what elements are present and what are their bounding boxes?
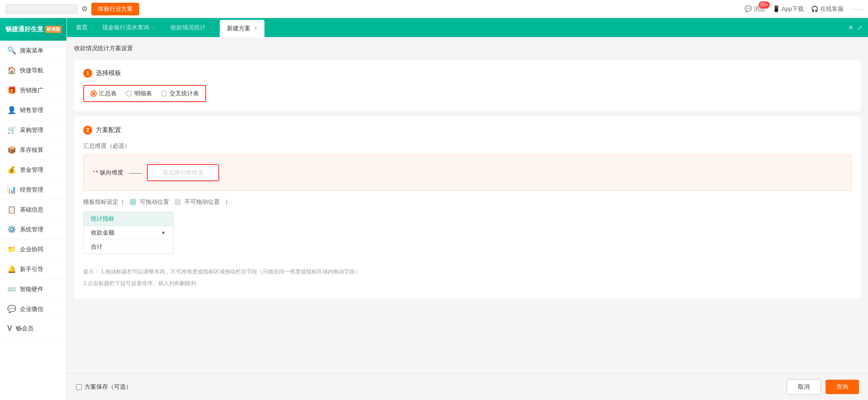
- dimension-area: ** 纵向维度 —— 请选择分组维度: [83, 155, 852, 191]
- tab-bank-query-close[interactable]: ×: [153, 24, 156, 31]
- save-checkbox[interactable]: [76, 384, 82, 390]
- sidebar-item-purchase[interactable]: 🛒 采购管理: [0, 120, 66, 140]
- avatar-placeholder: ——: [851, 5, 863, 12]
- sidebar-label-inventory: 库存核算: [20, 146, 43, 154]
- sidebar-item-operations[interactable]: 📊 经营管理: [0, 180, 66, 200]
- radio-cross[interactable]: 交叉统计表: [161, 89, 199, 98]
- message-icon: 💬: [745, 5, 752, 12]
- sidebar-item-marketing[interactable]: 🎁 营销推广: [0, 80, 66, 100]
- fixed-dot: [175, 199, 181, 205]
- sidebar-item-member[interactable]: V 畅会员: [0, 319, 66, 339]
- radio-summary-circle: [90, 90, 97, 97]
- logo-area: 畅捷通好生意 标准版: [0, 18, 66, 41]
- tab-bar: 首页 现金银行流水查询 × 收款情况统计 × 新建方案 × ✕ ⤢: [67, 18, 868, 37]
- save-label: 方案保存（可选）: [85, 383, 132, 391]
- sidebar-item-quick-nav[interactable]: 🏠 快捷导航: [0, 61, 66, 80]
- sidebar-label-purchase: 采购管理: [20, 126, 43, 134]
- sidebar-label-system: 系统管理: [20, 226, 43, 234]
- search-icon: 🔍: [7, 46, 16, 55]
- step2-header: 2 方案配置: [83, 126, 852, 135]
- download-action[interactable]: 📱 App下载: [773, 5, 804, 13]
- bell-icon: 🔔: [7, 265, 16, 273]
- sidebar-item-guide[interactable]: 🔔 新手引导: [0, 259, 66, 279]
- service-action[interactable]: 🎧 在线客服: [811, 5, 844, 13]
- chart-icon: 📊: [7, 185, 16, 194]
- dropdown-icon: ▼: [161, 230, 166, 235]
- sidebar-item-basic-info[interactable]: 📋 基础信息: [0, 200, 66, 220]
- tab-bank-query-label: 现金银行流水查询: [102, 24, 149, 32]
- user-avatar[interactable]: ——: [851, 5, 863, 12]
- tab-new-plan[interactable]: 新建方案 ×: [220, 20, 264, 37]
- step1-header: 1 选择模板: [83, 69, 852, 78]
- dimension-section-label: 汇总维度（必选）: [83, 142, 852, 150]
- sidebar-item-hardware[interactable]: ⌨️ 智能硬件: [0, 279, 66, 299]
- gift-icon: 🎁: [7, 86, 16, 94]
- trial-button[interactable]: 体验行业方案: [91, 3, 139, 15]
- step1-num: 1: [83, 69, 92, 78]
- member-icon: V: [7, 325, 12, 333]
- tab-expand-btn[interactable]: ⤢: [857, 24, 863, 31]
- breadcrumb-input[interactable]: [5, 4, 78, 14]
- chat-icon: 💬: [7, 305, 16, 313]
- tab-new-plan-close[interactable]: ×: [254, 25, 257, 32]
- sidebar-label-member: 畅会员: [16, 325, 33, 333]
- sidebar-label-operations: 经营管理: [20, 186, 43, 194]
- query-button[interactable]: 查询: [826, 380, 859, 394]
- vertical-dim-label: ** 纵向维度: [93, 169, 123, 177]
- user-icon: 👤: [7, 106, 16, 114]
- tab-collection-stats-label: 收款情况统计: [170, 24, 206, 32]
- header-right: 💬 消息 99+ 📱 App下载 🎧 在线客服 ——: [745, 5, 863, 13]
- draggable-legend: 可拖动位置: [130, 198, 169, 206]
- save-option[interactable]: 方案保存（可选）: [76, 383, 132, 391]
- tips-area: 提示： 1.拖动标题栏可以调整布局，不可跨维度或指标区域拖动栏目字段（只能在同一…: [83, 266, 852, 289]
- indicator-header: 模板指标设定（ 可拖动位置 不可拖动位置 ）: [83, 198, 852, 206]
- radio-cross-circle: [161, 90, 167, 97]
- clipboard-icon: 📋: [7, 205, 16, 214]
- header-left: ⚙ 体验行业方案: [5, 3, 139, 15]
- template-radio-group: 汇总表 明细表 交叉统计表: [83, 85, 206, 102]
- radio-detail[interactable]: 明细表: [126, 89, 152, 98]
- grouping-dimension-select[interactable]: 请选择分组维度: [147, 164, 219, 181]
- tip-1: 提示： 1.拖动标题栏可以调整布局，不可跨维度或指标区域拖动栏目字段（只能在同一…: [83, 266, 852, 277]
- sidebar-label-basic-info: 基础信息: [20, 206, 43, 214]
- tab-collection-stats-close[interactable]: ×: [209, 24, 212, 31]
- keyboard-icon: ⌨️: [7, 285, 16, 293]
- sidebar-item-finance[interactable]: 💰 资金管理: [0, 160, 66, 180]
- sidebar-item-enterprise[interactable]: 📁 企业协同: [0, 240, 66, 259]
- stats-header: 统计指标: [84, 212, 173, 226]
- sidebar-label-search: 搜索菜单: [20, 47, 43, 55]
- sidebar-item-inventory[interactable]: 📦 库存核算: [0, 140, 66, 160]
- cancel-button[interactable]: 取消: [787, 379, 821, 395]
- service-label: 在线客服: [820, 5, 844, 13]
- page-content: 收款情况统计方案设置 1 选择模板 汇总表 明细表: [67, 37, 868, 373]
- non-draggable-label: 不可拖动位置: [184, 198, 220, 206]
- tab-bank-query[interactable]: 现金银行流水查询 ×: [95, 18, 163, 37]
- dimension-row: ** 纵向维度 —— 请选择分组维度: [93, 164, 842, 181]
- step1-title: 选择模板: [96, 69, 121, 77]
- radio-cross-label: 交叉统计表: [170, 89, 199, 98]
- radio-detail-circle: [126, 90, 132, 97]
- sidebar-item-search[interactable]: 🔍 搜索菜单: [0, 41, 66, 61]
- notification-action[interactable]: 💬 消息 99+: [745, 5, 765, 13]
- service-icon: 🎧: [811, 5, 818, 12]
- content-area: 首页 现金银行流水查询 × 收款情况统计 × 新建方案 × ✕ ⤢ 收款情况统计…: [67, 18, 868, 400]
- sidebar-label-finance: 资金管理: [20, 166, 43, 174]
- page-title: 收款情况统计方案设置: [74, 44, 861, 52]
- footer-buttons: 取消 查询: [787, 379, 859, 395]
- sidebar-item-sales[interactable]: 👤 销售管理: [0, 100, 66, 120]
- sidebar-item-wechat[interactable]: 💬 企业微信: [0, 299, 66, 319]
- tab-home-label: 首页: [76, 24, 88, 32]
- tab-collection-stats[interactable]: 收款情况统计 ×: [163, 18, 220, 37]
- sidebar-label-quick-nav: 快捷导航: [20, 66, 43, 75]
- gear-icon[interactable]: ⚙: [81, 5, 88, 13]
- tab-close-btn[interactable]: ✕: [848, 24, 854, 31]
- dim-arrow: ——: [129, 169, 142, 176]
- tab-home[interactable]: 首页: [69, 18, 95, 37]
- sidebar-label-wechat: 企业微信: [20, 305, 43, 313]
- radio-summary[interactable]: 汇总表: [90, 89, 117, 98]
- indicator-row-amount[interactable]: 收款金额 ▼: [84, 226, 173, 240]
- sidebar-item-system[interactable]: ⚙️ 系统管理: [0, 220, 66, 240]
- sidebar-label-hardware: 智能硬件: [20, 285, 43, 293]
- main-layout: 畅捷通好生意 标准版 🔍 搜索菜单 🏠 快捷导航 🎁 营销推广 👤 销售管理 🛒…: [0, 18, 868, 400]
- money-icon: 💰: [7, 165, 16, 174]
